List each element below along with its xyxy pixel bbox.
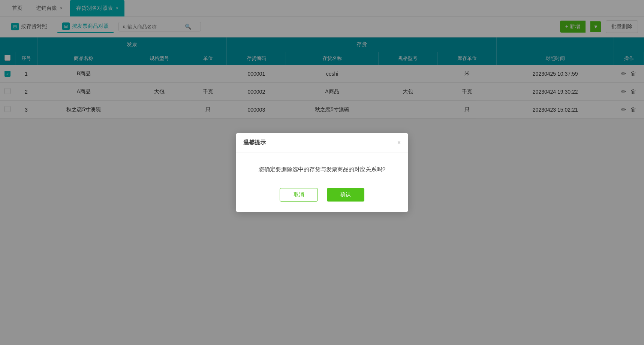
dialog-overlay: 温馨提示 × 您确定要删除选中的存货与发票商品的对应关系吗? 取消 确认 <box>0 0 644 119</box>
